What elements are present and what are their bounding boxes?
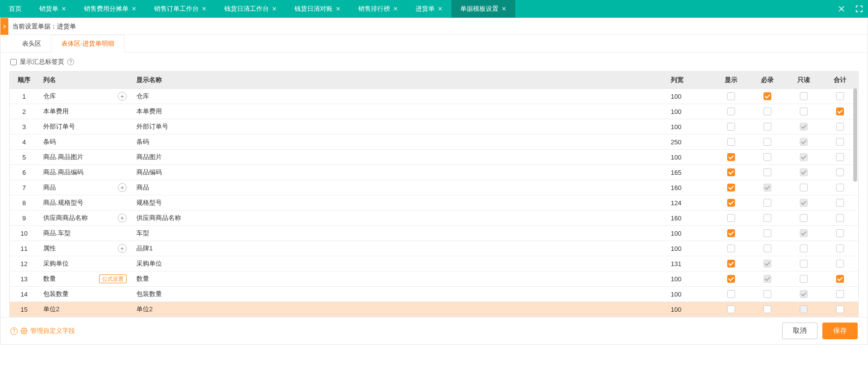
checkbox[interactable] bbox=[763, 244, 771, 252]
checkbox[interactable] bbox=[727, 275, 735, 283]
checkbox[interactable] bbox=[727, 290, 735, 298]
cell-display-name[interactable]: 单位2 bbox=[132, 302, 666, 317]
checkbox[interactable] bbox=[763, 290, 771, 298]
formula-setting-button[interactable]: 公式设置 bbox=[99, 274, 127, 283]
cell-display-name[interactable]: 商品编码 bbox=[132, 165, 666, 180]
cell-width[interactable]: 165 bbox=[666, 165, 713, 180]
checkbox[interactable] bbox=[763, 153, 771, 161]
table-row[interactable]: 8商品.规格型号规格型号124 bbox=[10, 195, 858, 211]
checkbox[interactable] bbox=[836, 214, 844, 222]
top-tab[interactable]: 销售排行榜✕ bbox=[349, 0, 407, 18]
cell-display-name[interactable]: 外部订单号 bbox=[132, 119, 666, 135]
table-row[interactable]: 5商品.商品图片商品图片100 bbox=[10, 150, 858, 165]
cell-display-name[interactable]: 品牌1 bbox=[132, 241, 666, 256]
close-icon[interactable]: ✕ bbox=[336, 5, 341, 12]
close-icon[interactable]: ✕ bbox=[272, 5, 277, 12]
table-row[interactable]: 2本单费用本单费用100 bbox=[10, 104, 858, 119]
table-row[interactable]: 10商品.车型车型100 bbox=[10, 226, 858, 241]
checkbox[interactable] bbox=[727, 153, 735, 161]
show-summary-checkbox[interactable] bbox=[10, 59, 17, 65]
cell-width[interactable]: 100 bbox=[666, 104, 713, 119]
checkbox[interactable] bbox=[836, 153, 844, 161]
close-icon[interactable]: ✕ bbox=[393, 5, 398, 12]
checkbox[interactable] bbox=[800, 92, 808, 100]
checkbox[interactable] bbox=[836, 290, 844, 298]
cell-width[interactable]: 100 bbox=[666, 241, 713, 256]
close-icon[interactable]: ✕ bbox=[501, 5, 506, 12]
checkbox[interactable] bbox=[836, 184, 844, 191]
cell-display-name[interactable]: 包装数量 bbox=[132, 287, 666, 302]
cell-width[interactable]: 160 bbox=[666, 211, 713, 226]
cell-width[interactable]: 100 bbox=[666, 150, 713, 165]
cell-width[interactable]: 100 bbox=[666, 302, 713, 317]
checkbox[interactable] bbox=[836, 138, 844, 146]
close-all-icon[interactable] bbox=[833, 0, 850, 18]
sub-tab[interactable]: 表头区 bbox=[12, 35, 51, 52]
cell-display-name[interactable]: 本单费用 bbox=[132, 104, 666, 119]
table-row[interactable]: 11属性+品牌1100 bbox=[10, 241, 858, 256]
top-tab[interactable]: 单据模板设置✕ bbox=[451, 0, 515, 18]
checkbox[interactable] bbox=[727, 199, 735, 207]
table-row[interactable]: 12采购单位采购单位131 bbox=[10, 256, 858, 271]
collapse-handle-icon[interactable] bbox=[0, 18, 8, 35]
manage-custom-fields-link[interactable]: ? 管理自定义字段 bbox=[10, 326, 75, 335]
checkbox[interactable] bbox=[800, 244, 808, 252]
checkbox[interactable] bbox=[727, 229, 735, 237]
checkbox[interactable] bbox=[800, 260, 808, 268]
checkbox[interactable] bbox=[727, 92, 735, 100]
checkbox[interactable] bbox=[836, 108, 844, 115]
close-icon[interactable]: ✕ bbox=[132, 5, 136, 12]
checkbox[interactable] bbox=[800, 275, 808, 283]
top-tab[interactable]: 首页 bbox=[0, 0, 30, 18]
cell-display-name[interactable]: 车型 bbox=[132, 226, 666, 241]
checkbox[interactable] bbox=[727, 214, 735, 222]
fullscreen-icon[interactable] bbox=[850, 0, 868, 18]
table-row[interactable]: 4条码条码250 bbox=[10, 135, 858, 150]
checkbox[interactable] bbox=[763, 168, 771, 176]
cell-display-name[interactable]: 供应商商品名称 bbox=[132, 211, 666, 226]
checkbox[interactable] bbox=[836, 168, 844, 176]
table-row[interactable]: 14包装数量包装数量100 bbox=[10, 287, 858, 302]
cell-display-name[interactable]: 商品图片 bbox=[132, 150, 666, 165]
close-icon[interactable]: ✕ bbox=[61, 5, 66, 12]
top-tab[interactable]: 销售费用分摊单✕ bbox=[75, 0, 145, 18]
cell-width[interactable]: 250 bbox=[666, 135, 713, 150]
cancel-button[interactable]: 取消 bbox=[782, 323, 817, 339]
checkbox[interactable] bbox=[763, 123, 771, 131]
help-icon[interactable]: ? bbox=[67, 58, 74, 65]
checkbox[interactable] bbox=[836, 260, 844, 268]
cell-width[interactable]: 100 bbox=[666, 226, 713, 241]
cell-display-name[interactable]: 仓库 bbox=[132, 89, 666, 104]
close-icon[interactable]: ✕ bbox=[202, 5, 207, 12]
checkbox[interactable] bbox=[800, 108, 808, 115]
table-row[interactable]: 13数量公式设置数量100 bbox=[10, 271, 858, 287]
plus-icon[interactable]: + bbox=[118, 214, 127, 222]
top-tab[interactable]: 钱货日清对账✕ bbox=[286, 0, 349, 18]
cell-width[interactable]: 100 bbox=[666, 271, 713, 287]
table-row[interactable]: 9供应商商品名称+供应商商品名称160 bbox=[10, 211, 858, 226]
table-row[interactable]: 6商品.商品编码商品编码165 bbox=[10, 165, 858, 180]
cell-width[interactable]: 100 bbox=[666, 287, 713, 302]
cell-display-name[interactable]: 规格型号 bbox=[132, 195, 666, 211]
checkbox[interactable] bbox=[727, 123, 735, 131]
top-tab[interactable]: 销货单✕ bbox=[30, 0, 75, 18]
checkbox[interactable] bbox=[727, 305, 735, 313]
top-tab[interactable]: 进货单✕ bbox=[407, 0, 451, 18]
plus-icon[interactable]: + bbox=[118, 183, 127, 192]
checkbox[interactable] bbox=[836, 199, 844, 207]
checkbox[interactable] bbox=[836, 275, 844, 283]
table-row[interactable]: 3外部订单号外部订单号100 bbox=[10, 119, 858, 135]
top-tab[interactable]: 钱货日清工作台✕ bbox=[215, 0, 286, 18]
checkbox[interactable] bbox=[836, 244, 844, 252]
checkbox[interactable] bbox=[763, 92, 771, 100]
plus-icon[interactable]: + bbox=[118, 244, 127, 253]
checkbox[interactable] bbox=[836, 92, 844, 100]
cell-width[interactable]: 131 bbox=[666, 256, 713, 271]
top-tab[interactable]: 销售订单工作台✕ bbox=[145, 0, 215, 18]
checkbox[interactable] bbox=[763, 199, 771, 207]
checkbox[interactable] bbox=[763, 108, 771, 115]
close-icon[interactable]: ✕ bbox=[438, 5, 443, 12]
cell-display-name[interactable]: 数量 bbox=[132, 271, 666, 287]
checkbox[interactable] bbox=[727, 108, 735, 115]
checkbox[interactable] bbox=[727, 244, 735, 252]
